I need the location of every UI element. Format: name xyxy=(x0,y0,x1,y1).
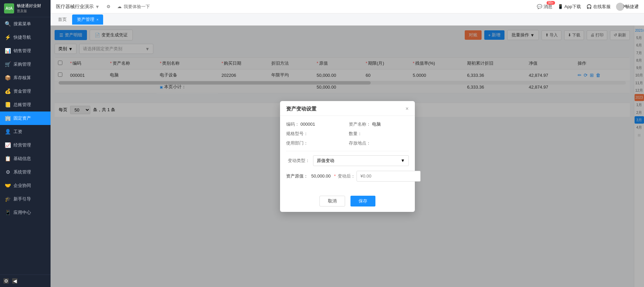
change-type-select[interactable]: 原值变动 ▼ xyxy=(313,155,409,166)
company-name[interactable]: 医疗器械行业演示 ▼ xyxy=(56,4,100,10)
dialog-footer: 取消 保存 xyxy=(280,192,415,212)
building-icon: 🏢 xyxy=(5,115,11,121)
sidebar-item-system[interactable]: ⚙ 系统管理 xyxy=(0,165,51,179)
dialog-asset-name: 资产名称： 电脑 xyxy=(349,121,409,127)
logo-icon: AtA xyxy=(4,3,14,13)
app-download-button[interactable]: 📱 App下载 xyxy=(558,4,581,10)
maximize-button[interactable]: ⤢ xyxy=(632,1,641,11)
person-icon: 👤 xyxy=(5,129,11,135)
settings-icon[interactable]: ⚙ xyxy=(104,2,113,11)
sidebar-item-operations[interactable]: 📈 经营管理 xyxy=(0,138,51,152)
asset-change-dialog: 资产变动设置 × 编码： 000001 资产名称： 电脑 xyxy=(280,101,415,212)
dropdown-icon: ▼ xyxy=(95,4,100,9)
change-type-field: 变动类型： 原值变动 ▼ xyxy=(286,155,409,166)
box-icon: 📦 xyxy=(5,75,11,81)
window-controls: ✕ ⤢ xyxy=(617,0,644,12)
download-icon: 📱 xyxy=(558,4,563,9)
tab-bar: 首页 资产管理 × xyxy=(51,13,644,26)
dialog-spec: 规格型号： xyxy=(286,131,346,137)
sidebar-item-guide[interactable]: 🎓 新手引导 xyxy=(0,192,51,206)
handshake-icon: 🤝 xyxy=(5,183,11,189)
sidebar-nav: 🔍 搜索菜单 ⚡ 快捷导航 📊 销售管理 🛒 采购管理 📦 库存核算 💰 xyxy=(0,17,51,275)
flash-icon: ⚡ xyxy=(5,34,11,40)
chevron-down-icon: ▼ xyxy=(401,158,405,163)
service-icon: 🎧 xyxy=(586,4,592,9)
cloud-icon: ☁ xyxy=(117,4,122,9)
gear-icon: ⚙ xyxy=(5,169,11,175)
dialog-body: 编码： 000001 资产名称： 电脑 规格型号： xyxy=(280,116,415,192)
required-marker: * xyxy=(334,173,336,179)
clipboard-icon: 📋 xyxy=(5,156,11,162)
topbar: 医疗器械行业演示 ▼ ⚙ ☁ 我要体验一下 💬 消息 99+ 📱 App下载 xyxy=(51,0,644,13)
sidebar-item-capital[interactable]: 💰 资金管理 xyxy=(0,85,51,98)
collapse-button[interactable]: ◀ xyxy=(12,278,18,284)
experience-link[interactable]: ☁ 我要体验一下 xyxy=(117,4,150,10)
dialog-header: 资产变动设置 × xyxy=(280,101,415,116)
search-icon: 🔍 xyxy=(5,21,11,27)
dialog-code: 编码： 000001 xyxy=(286,121,346,127)
dialog-location: 存放地点： xyxy=(349,140,409,146)
sidebar-item-purchase[interactable]: 🛒 采购管理 xyxy=(0,58,51,71)
settings-button[interactable]: ⚙ xyxy=(3,278,9,284)
dialog-close-button[interactable]: × xyxy=(405,106,408,112)
ops-icon: 📈 xyxy=(5,142,11,148)
dialog-quantity: 数量： xyxy=(349,131,409,137)
sidebar-item-enterprise[interactable]: 🤝 企业协同 xyxy=(0,179,51,192)
sidebar-item-sales[interactable]: 📊 销售管理 xyxy=(0,44,51,58)
sidebar-item-basic-info[interactable]: 📋 基础信息 xyxy=(0,152,51,165)
logo-sub: 普及版 xyxy=(17,9,41,13)
message-icon: 💬 xyxy=(537,4,542,9)
message-count: 99+ xyxy=(547,1,555,5)
logo-title: 畅捷通好业财 xyxy=(17,3,41,9)
sidebar-footer: ⚙ ◀ xyxy=(0,275,51,287)
save-button[interactable]: 保存 xyxy=(350,196,375,206)
after-change-input[interactable] xyxy=(357,171,421,182)
app-logo: AtA 畅捷通好业财 普及版 xyxy=(0,0,51,17)
main-area: 医疗器械行业演示 ▼ ⚙ ☁ 我要体验一下 💬 消息 99+ 📱 App下载 xyxy=(51,0,644,287)
sidebar-item-search[interactable]: 🔍 搜索菜单 xyxy=(0,17,51,31)
sidebar-item-salary[interactable]: 👤 工资 xyxy=(0,125,51,138)
dialog-title: 资产变动设置 xyxy=(286,106,316,112)
sidebar-item-fixed-assets[interactable]: 🏢 固定资产 xyxy=(0,111,51,125)
sidebar-item-app-center[interactable]: 📱 应用中心 xyxy=(0,206,51,219)
tab-close-icon[interactable]: × xyxy=(96,18,98,22)
chart-icon: 📊 xyxy=(5,48,11,54)
sidebar-item-inventory[interactable]: 📦 库存核算 xyxy=(0,71,51,85)
book-icon: 📒 xyxy=(5,102,11,108)
dialog-divider xyxy=(286,151,409,151)
cancel-button[interactable]: 取消 xyxy=(319,196,345,206)
tab-home[interactable]: 首页 xyxy=(53,14,71,25)
close-button[interactable]: ✕ xyxy=(620,1,629,11)
online-service-button[interactable]: 🎧 在线客服 xyxy=(586,4,611,10)
messages-button[interactable]: 💬 消息 99+ xyxy=(537,4,552,10)
sidebar: AtA 畅捷通好业财 普及版 🔍 搜索菜单 ⚡ 快捷导航 📊 销售管理 🛒 采购… xyxy=(0,0,51,287)
after-change-field: * 变动后： xyxy=(334,171,421,182)
sidebar-item-ledger[interactable]: 📒 总账管理 xyxy=(0,98,51,111)
app-icon: 📱 xyxy=(5,210,11,216)
dialog-info-grid: 编码： 000001 资产名称： 电脑 规格型号： xyxy=(286,121,409,146)
guide-icon: 🎓 xyxy=(5,196,11,202)
money-icon: 💰 xyxy=(5,88,11,94)
tab-asset-management[interactable]: 资产管理 × xyxy=(72,14,103,25)
dialog-department: 使用部门： xyxy=(286,140,346,146)
cart-icon: 🛒 xyxy=(5,61,11,67)
modal-overlay: 资产变动设置 × 编码： 000001 资产名称： 电脑 xyxy=(51,26,644,287)
original-value-field: 资产原值： 50,000.00 * 变动后： xyxy=(286,171,409,182)
content-area: ☰ 资产明细 📄 变更生成凭证 对账 + 新增 xyxy=(51,26,644,287)
sidebar-item-quick-nav[interactable]: ⚡ 快捷导航 xyxy=(0,31,51,44)
